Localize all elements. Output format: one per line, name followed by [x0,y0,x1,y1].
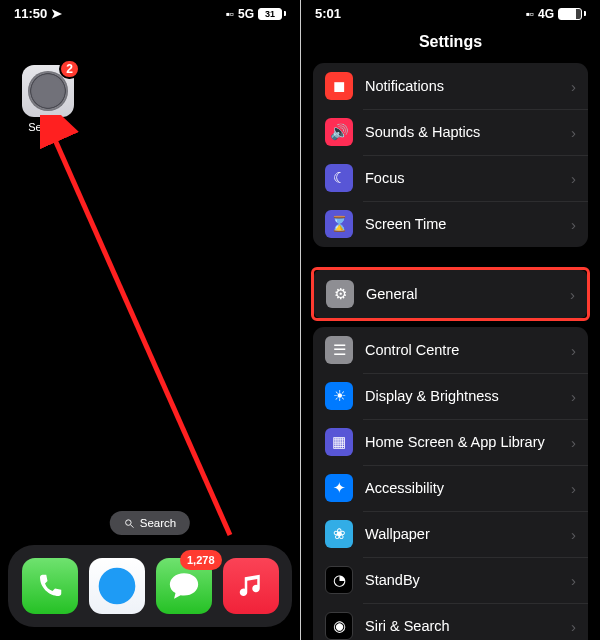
dock-messages-app[interactable]: 1,278 [156,558,212,614]
home-screen-phone: 11:50 ➤ ▪▫ 5G 31 2 Settings Search [0,0,300,640]
figure-icon: ✦ [325,474,353,502]
chevron-right-icon: › [571,124,576,141]
clock-icon: ◔ [325,566,353,594]
row-label: Notifications [365,78,559,94]
status-time: 11:50 [14,6,47,21]
gear-icon: ⚙ [326,280,354,308]
svg-line-2 [131,524,134,527]
switches-icon: ☰ [325,336,353,364]
row-label: Accessibility [365,480,559,496]
chevron-right-icon: › [571,170,576,187]
safari-icon [95,564,139,608]
page-title: Settings [301,25,600,63]
signal-icon: ▪▫ [225,7,234,21]
settings-row-display-brightness[interactable]: ☀Display & Brightness› [313,373,588,419]
search-icon [124,518,135,529]
settings-row-wallpaper[interactable]: ❀Wallpaper› [313,511,588,557]
dock-safari-app[interactable] [89,558,145,614]
home-area: 2 Settings Search 1,278 [0,25,300,635]
chevron-right-icon: › [571,434,576,451]
siri-icon: ◉ [325,612,353,640]
search-label: Search [140,517,176,529]
settings-row-control-centre[interactable]: ☰Control Centre› [313,327,588,373]
music-icon [236,571,266,601]
general-highlight: ⚙ General › [311,267,590,321]
settings-group-2: ☰Control Centre›☀Display & Brightness›▦H… [313,327,588,640]
settings-app-icon[interactable]: 2 Settings [22,65,74,133]
settings-tile[interactable]: 2 [22,65,74,117]
status-bar: 11:50 ➤ ▪▫ 5G 31 [0,0,300,25]
chevron-right-icon: › [571,216,576,233]
signal-icon: ▪▫ [525,7,534,21]
row-label: Home Screen & App Library [365,434,559,450]
svg-point-3 [98,568,135,605]
row-label: Wallpaper [365,526,559,542]
row-label: StandBy [365,572,559,588]
settings-row-notifications[interactable]: ◼Notifications› [313,63,588,109]
network-label: 4G [538,7,554,21]
settings-row-siri-search[interactable]: ◉Siri & Search› [313,603,588,640]
svg-line-0 [52,133,230,535]
settings-label: Settings [22,121,74,133]
chevron-right-icon: › [571,78,576,95]
speaker-icon: 🔊 [325,118,353,146]
hourglass-icon: ⌛ [325,210,353,238]
svg-point-1 [126,519,131,525]
spotlight-search[interactable]: Search [110,511,190,535]
annotation-arrow [40,115,260,545]
battery-indicator: 31 [258,8,286,20]
settings-row-standby[interactable]: ◔StandBy› [313,557,588,603]
dock-music-app[interactable] [223,558,279,614]
row-label: Sounds & Haptics [365,124,559,140]
chevron-right-icon: › [571,618,576,635]
phone-icon [35,571,65,601]
moon-icon: ☾ [325,164,353,192]
messages-icon [167,569,201,603]
settings-screen-phone: 5:01 ▪▫ 4G Settings ◼Notifications›🔊Soun… [300,0,600,640]
dock-phone-app[interactable] [22,558,78,614]
row-label: Focus [365,170,559,186]
row-label: Display & Brightness [365,388,559,404]
row-label: General [366,286,558,302]
messages-badge: 1,278 [180,550,222,570]
settings-row-screen-time[interactable]: ⌛Screen Time› [313,201,588,247]
chevron-right-icon: › [571,480,576,497]
row-label: Screen Time [365,216,559,232]
row-label: Siri & Search [365,618,559,634]
status-time: 5:01 [315,6,341,21]
sun-icon: ☀ [325,382,353,410]
settings-row-home-screen-app-library[interactable]: ▦Home Screen & App Library› [313,419,588,465]
flower-icon: ❀ [325,520,353,548]
settings-badge: 2 [59,59,80,79]
chevron-right-icon: › [570,286,575,303]
settings-row-general[interactable]: ⚙ General › [314,270,587,318]
status-bar: 5:01 ▪▫ 4G [301,0,600,25]
bell-icon: ◼ [325,72,353,100]
settings-row-accessibility[interactable]: ✦Accessibility› [313,465,588,511]
settings-row-focus[interactable]: ☾Focus› [313,155,588,201]
dock: 1,278 [8,545,292,627]
settings-row-sounds-haptics[interactable]: 🔊Sounds & Haptics› [313,109,588,155]
chevron-right-icon: › [571,526,576,543]
network-label: 5G [238,7,254,21]
location-icon: ➤ [51,6,62,21]
chevron-right-icon: › [571,572,576,589]
chevron-right-icon: › [571,388,576,405]
grid-icon: ▦ [325,428,353,456]
battery-indicator [558,8,586,20]
settings-group-1: ◼Notifications›🔊Sounds & Haptics›☾Focus›… [313,63,588,247]
chevron-right-icon: › [571,342,576,359]
row-label: Control Centre [365,342,559,358]
